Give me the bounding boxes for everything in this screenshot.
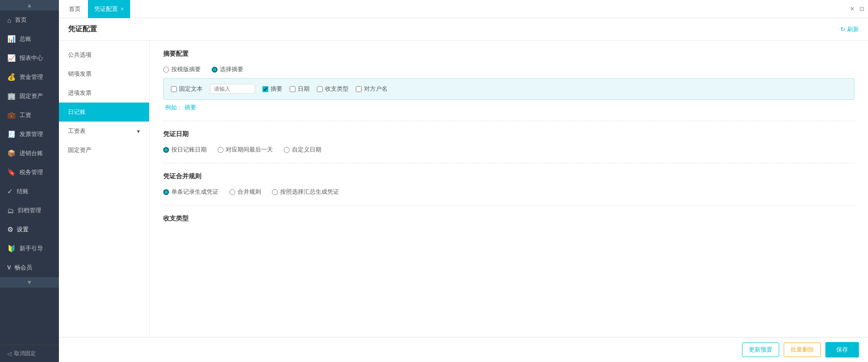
sidebar-unpin[interactable]: ◁ 取消固定 xyxy=(0,345,59,362)
nav-item-fixed-asset[interactable]: 固定资产 xyxy=(59,141,149,160)
summary-radio-template-input[interactable] xyxy=(163,67,169,73)
sidebar-item-label: 畅会员 xyxy=(15,264,32,272)
sidebar-item-label: 工资 xyxy=(19,111,31,119)
sidebar-item-inventory[interactable]: 📦 进销台账 xyxy=(0,144,59,163)
sidebar-item-label: 总账 xyxy=(19,35,31,43)
sidebar-item-ledger[interactable]: 📊 总账 xyxy=(0,29,59,49)
checkbox-fixed-text-input[interactable] xyxy=(171,86,177,92)
checkbox-counterparty-label: 对方户名 xyxy=(364,85,388,93)
checkbox-counterparty[interactable]: 对方户名 xyxy=(356,85,388,93)
main-area: 首页 凭证配置 × ✕ ⊡ 凭证配置 ↻ 刷新 公共选项 xyxy=(59,0,868,362)
summary-title: 摘要配置 xyxy=(163,50,854,58)
nav-item-public[interactable]: 公共选项 xyxy=(59,45,149,64)
report-icon: 📈 xyxy=(7,54,16,62)
date-title: 凭证日期 xyxy=(163,130,854,138)
checkbox-income-type-input[interactable] xyxy=(317,86,323,92)
pin-icon: ◁ xyxy=(7,351,11,357)
tab-home[interactable]: 首页 xyxy=(63,0,87,18)
update-preview-button[interactable]: 更新预置 xyxy=(742,342,779,357)
window-resize-icon[interactable]: ⊡ xyxy=(859,5,864,12)
settings-icon: ⚙ xyxy=(7,225,13,234)
date-radio-journal[interactable]: 按日记账日期 xyxy=(163,146,207,154)
example-value: 摘要 xyxy=(184,104,196,111)
tab-home-label: 首页 xyxy=(69,5,81,13)
sidebar-item-asset[interactable]: 🏢 固定资产 xyxy=(0,87,59,106)
summary-radio-select-input[interactable] xyxy=(212,67,218,73)
guide-icon: 🔰 xyxy=(7,245,16,253)
date-radio-lastday[interactable]: 对应期间最后一天 xyxy=(218,146,273,154)
sidebar-item-salary[interactable]: 💼 工资 xyxy=(0,106,59,125)
fixed-text-input[interactable] xyxy=(210,84,255,94)
checkbox-fixed-text[interactable]: 固定文本 xyxy=(171,85,203,93)
nav-item-sales[interactable]: 销项发票 xyxy=(59,64,149,83)
settlement-icon: ✓ xyxy=(7,187,13,196)
sidebar-item-label: 进销台账 xyxy=(19,149,43,157)
summary-radio-select-label: 选择摘要 xyxy=(220,65,243,73)
date-radio-journal-input[interactable] xyxy=(163,147,169,153)
checkbox-income-type[interactable]: 收支类型 xyxy=(317,85,349,93)
checkbox-summary-input[interactable] xyxy=(262,86,268,92)
archive-icon: 🗂 xyxy=(7,207,14,215)
save-button[interactable]: 保存 xyxy=(825,342,859,357)
date-section: 凭证日期 按日记账日期 对应期间最后一天 自定义日期 xyxy=(163,130,854,163)
sidebar-item-fund[interactable]: 💰 资金管理 xyxy=(0,68,59,87)
merge-radio-total-label: 按照选择汇总生成凭证 xyxy=(280,188,339,196)
income-title: 收支类型 xyxy=(163,215,854,223)
sidebar-item-guide[interactable]: 🔰 新手引导 xyxy=(0,239,59,258)
checkbox-fixed-text-label: 固定文本 xyxy=(179,85,203,93)
refresh-button[interactable]: ↻ 刷新 xyxy=(840,25,859,34)
sidebar-item-label: 报表中心 xyxy=(19,54,43,62)
tax-icon: 🔖 xyxy=(7,168,16,176)
merge-radio-merge-label: 合并规则 xyxy=(238,188,261,196)
sidebar-item-label: 结账 xyxy=(17,187,29,196)
sidebar-item-member[interactable]: V 畅会员 xyxy=(0,258,59,277)
sidebar-scroll-down[interactable]: ▼ xyxy=(0,277,59,288)
nav-item-journal[interactable]: 日记账 xyxy=(59,103,149,122)
sidebar-item-settings[interactable]: ⚙ 设置 xyxy=(0,220,59,239)
date-radio-custom-input[interactable] xyxy=(284,147,290,153)
checkbox-date-label: 日期 xyxy=(298,85,310,93)
date-radio-lastday-input[interactable] xyxy=(218,147,223,153)
bottom-bar: 更新预置 批量删除 保存 xyxy=(59,337,868,362)
merge-radio-single-input[interactable] xyxy=(163,189,169,195)
sidebar-item-home[interactable]: ⌂ 首页 xyxy=(0,10,59,29)
nav-item-payroll[interactable]: 工资表 ▾ xyxy=(59,122,149,141)
tabbar-right: ✕ ⊡ xyxy=(850,5,864,12)
checkbox-date[interactable]: 日期 xyxy=(290,85,310,93)
summary-radio-template[interactable]: 按模版摘要 xyxy=(163,65,201,73)
window-close-icon[interactable]: ✕ xyxy=(850,5,855,12)
merge-radio-total-input[interactable] xyxy=(272,189,278,195)
page-title: 凭证配置 xyxy=(68,24,97,34)
fund-icon: 💰 xyxy=(7,73,16,81)
merge-radio-merge[interactable]: 合并规则 xyxy=(229,188,261,196)
checkbox-counterparty-input[interactable] xyxy=(356,86,362,92)
summary-radio-select[interactable]: 选择摘要 xyxy=(212,65,243,73)
checkbox-summary-label: 摘要 xyxy=(271,85,282,93)
tab-close-button[interactable]: × xyxy=(121,6,124,12)
sidebar-item-archive[interactable]: 🗂 归档管理 xyxy=(0,201,59,220)
checkbox-date-input[interactable] xyxy=(290,86,296,92)
tab-voucher-config[interactable]: 凭证配置 × xyxy=(88,0,130,18)
checkbox-summary[interactable]: 摘要 xyxy=(262,85,282,93)
summary-checkbox-row: 固定文本 摘要 日期 收支类型 xyxy=(163,78,854,100)
merge-radio-merge-input[interactable] xyxy=(229,189,235,195)
sidebar-item-tax[interactable]: 🔖 税务管理 xyxy=(0,163,59,182)
sidebar-item-invoice[interactable]: 🧾 发票管理 xyxy=(0,125,59,144)
sidebar-scroll-up[interactable]: ▲ xyxy=(0,0,59,10)
date-radio-journal-label: 按日记账日期 xyxy=(171,146,207,154)
batch-delete-button[interactable]: 批量删除 xyxy=(784,342,821,357)
tab-active-label: 凭证配置 xyxy=(94,5,118,13)
inventory-icon: 📦 xyxy=(7,149,16,157)
merge-radio-total[interactable]: 按照选择汇总生成凭证 xyxy=(272,188,339,196)
merge-radio-single[interactable]: 单条记录生成凭证 xyxy=(163,188,218,196)
sidebar-item-label: 设置 xyxy=(17,225,29,234)
date-radio-custom[interactable]: 自定义日期 xyxy=(284,146,321,154)
summary-radio-template-label: 按模版摘要 xyxy=(171,65,201,73)
sidebar-item-label: 固定资产 xyxy=(19,92,43,100)
sidebar-item-label: 资金管理 xyxy=(19,73,43,81)
sidebar-item-report[interactable]: 📈 报表中心 xyxy=(0,49,59,68)
sidebar-item-settlement[interactable]: ✓ 结账 xyxy=(0,182,59,201)
salary-icon: 💼 xyxy=(7,111,16,119)
nav-item-purchase[interactable]: 进项发票 xyxy=(59,83,149,103)
content-area: 凭证配置 ↻ 刷新 公共选项 销项发票 进项发票 日记账 xyxy=(59,18,868,362)
